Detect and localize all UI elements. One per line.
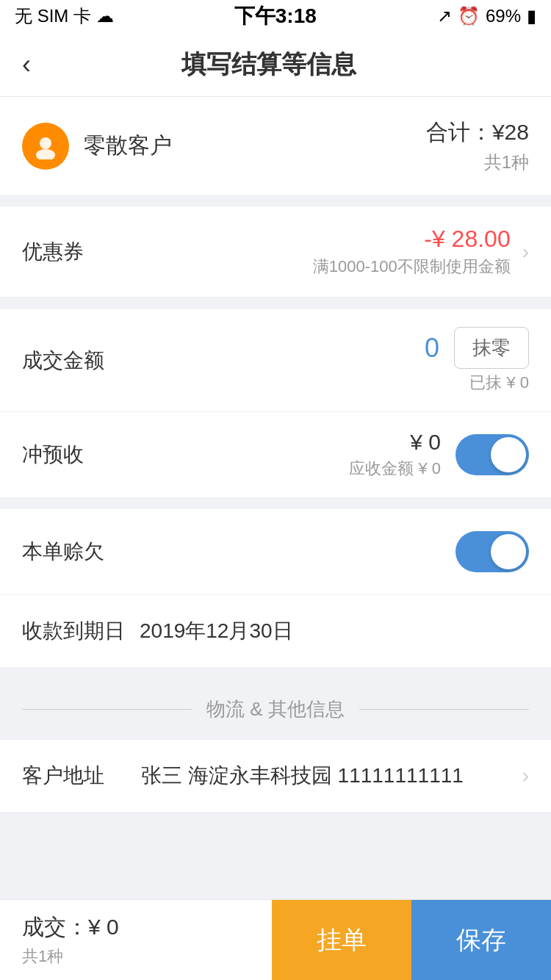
coupon-value-wrap: -¥ 28.00 满1000-100不限制使用金额 <box>313 226 511 278</box>
back-button[interactable]: ‹ <box>22 49 31 80</box>
debt-row: 本单赊欠 <box>0 509 551 594</box>
sim-status: 无 SIM 卡 ☁ <box>15 4 114 28</box>
svg-point-1 <box>36 149 55 159</box>
customer-name: 零散客户 <box>84 131 172 161</box>
already-rounded: 已抹 ¥ 0 <box>425 372 529 394</box>
prepay-label: 冲预收 <box>22 441 84 469</box>
alarm-icon: ⏰ <box>458 6 480 26</box>
toggle-thumb <box>491 437 526 472</box>
divider-line-left <box>22 709 192 710</box>
address-value: 张三 海淀永丰科技园 11111111111 <box>141 762 508 790</box>
status-time: 下午3:18 <box>234 2 317 30</box>
customer-row: 零散客户 合计：¥28 共1种 <box>0 97 551 195</box>
section-divider-1 <box>0 298 551 309</box>
trans-amount-value: 0 <box>425 333 439 364</box>
due-date-label: 收款到期日 <box>22 617 125 645</box>
status-right: ↗ ⏰ 69% ▮ <box>437 6 536 26</box>
save-button[interactable]: 保存 <box>411 900 551 981</box>
address-chevron-icon: › <box>522 764 529 788</box>
chevron-right-icon: › <box>522 240 529 264</box>
section-divider-2 <box>0 497 551 509</box>
divider-line-right <box>359 709 529 710</box>
coupon-amount: -¥ 28.00 <box>313 226 511 253</box>
bottom-deal: 成交：¥ 0 <box>22 912 250 943</box>
svg-point-0 <box>40 137 51 149</box>
customer-right: 合计：¥28 共1种 <box>426 118 529 174</box>
logistics-section: 物流 & 其他信息 <box>0 679 551 740</box>
prepay-right: ¥ 0 应收金额 ¥ 0 <box>349 430 529 480</box>
bottom-info: 成交：¥ 0 共1种 <box>0 912 272 968</box>
section-divider-3 <box>0 667 551 679</box>
coupon-label: 优惠券 <box>22 238 84 266</box>
debt-label: 本单赊欠 <box>22 538 104 566</box>
trans-value-wrap: 0 抹零 <box>425 327 529 369</box>
total-count: 共1种 <box>426 151 529 174</box>
location-icon: ↗ <box>437 6 452 26</box>
trans-amount-label: 成交金额 <box>22 347 104 375</box>
logistics-divider: 物流 & 其他信息 <box>22 696 529 722</box>
coupon-desc: 满1000-100不限制使用金额 <box>313 256 511 278</box>
bottom-deal-label: 成交： <box>22 915 88 939</box>
bottom-deal-value: ¥ 0 <box>88 915 119 939</box>
bottom-count: 共1种 <box>22 945 250 968</box>
coupon-row[interactable]: 优惠券 -¥ 28.00 满1000-100不限制使用金额 › <box>0 206 551 298</box>
round-button[interactable]: 抹零 <box>454 327 529 369</box>
debt-toggle[interactable] <box>455 531 529 572</box>
prepay-toggle[interactable] <box>455 434 529 475</box>
hang-button[interactable]: 挂单 <box>272 900 411 981</box>
due-date-row: 收款到期日 2019年12月30日 <box>0 594 551 667</box>
address-row[interactable]: 客户地址 张三 海淀永丰科技园 11111111111 › <box>0 740 551 812</box>
nav-bar: ‹ 填写结算等信息 <box>0 32 551 97</box>
avatar <box>22 123 69 170</box>
due-date-value: 2019年12月30日 <box>140 617 293 645</box>
logistics-label: 物流 & 其他信息 <box>206 696 345 722</box>
bottom-bar: 成交：¥ 0 共1种 挂单 保存 <box>0 899 551 980</box>
coupon-right: -¥ 28.00 满1000-100不限制使用金额 › <box>313 226 529 278</box>
status-bar: 无 SIM 卡 ☁ 下午3:18 ↗ ⏰ 69% ▮ <box>0 0 551 32</box>
battery-icon: ▮ <box>527 6 536 26</box>
prepay-sub-value: 应收金额 ¥ 0 <box>349 458 441 480</box>
debt-toggle-thumb <box>491 534 526 569</box>
prepay-row: 冲预收 ¥ 0 应收金额 ¥ 0 <box>0 412 551 497</box>
status-left: 无 SIM 卡 ☁ <box>15 4 114 28</box>
battery-level: 69% <box>486 6 521 26</box>
customer-left: 零散客户 <box>22 123 172 170</box>
total-price: 合计：¥28 <box>426 118 529 148</box>
page-title: 填写结算等信息 <box>46 48 492 82</box>
prepay-val-wrap: ¥ 0 应收金额 ¥ 0 <box>349 430 441 480</box>
content-area: 零散客户 合计：¥28 共1种 优惠券 -¥ 28.00 满1000-100不限… <box>0 97 551 980</box>
address-label: 客户地址 <box>22 762 104 790</box>
trans-amount-row: 成交金额 0 抹零 已抹 ¥ 0 <box>0 309 551 412</box>
prepay-main-value: ¥ 0 <box>349 430 441 455</box>
